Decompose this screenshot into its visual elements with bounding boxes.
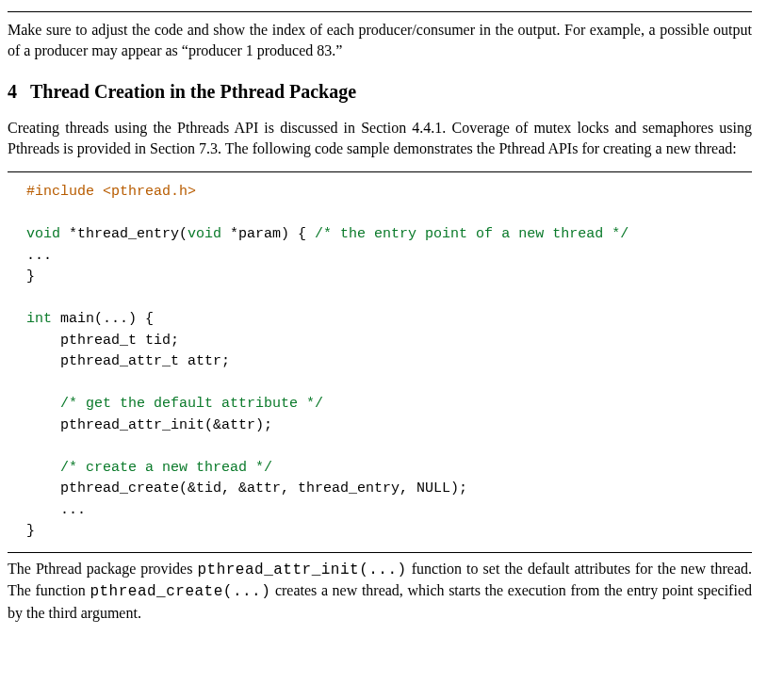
intro-paragraph: Make sure to adjust the code and show th… xyxy=(8,20,752,60)
body-paragraph: Creating threads using the Pthreads API … xyxy=(8,118,752,158)
code-token: *thread_entry( xyxy=(60,226,188,242)
code-token: #include xyxy=(26,184,94,200)
after-paragraph: The Pthread package provides pthread_att… xyxy=(8,559,752,624)
code-comment: /* get the default attribute */ xyxy=(26,396,323,412)
code-block: #include <pthread.h> void *thread_entry(… xyxy=(8,176,752,548)
code-rule-bottom xyxy=(8,552,752,553)
section-number: 4 xyxy=(8,79,17,105)
section-title: Thread Creation in the Pthread Package xyxy=(30,81,356,102)
inline-code: pthread_create(...) xyxy=(90,583,270,600)
code-token: *param) { xyxy=(221,226,315,242)
code-line: pthread_create(&tid, &attr, thread_entry… xyxy=(26,480,467,497)
code-token: void xyxy=(188,226,221,242)
section-heading: 4Thread Creation in the Pthread Package xyxy=(8,79,752,105)
code-token: <pthread.h> xyxy=(103,184,196,200)
code-comment: /* create a new thread */ xyxy=(26,460,272,476)
code-line: ... xyxy=(26,248,52,264)
code-line: pthread_attr_t attr; xyxy=(26,353,230,369)
code-line: ... xyxy=(26,502,86,518)
inline-code: pthread_attr_init(...) xyxy=(197,562,406,578)
text-run: The Pthread package provides xyxy=(8,561,197,577)
code-line: } xyxy=(26,523,35,539)
code-token: void xyxy=(26,226,60,242)
code-rule-top xyxy=(8,171,752,172)
code-comment: /* the entry point of a new thread */ xyxy=(315,226,628,242)
code-line: } xyxy=(26,269,35,285)
code-line: pthread_t tid; xyxy=(26,333,179,349)
code-token: int xyxy=(26,311,52,327)
rule-top xyxy=(8,11,752,12)
code-token: main(...) { xyxy=(52,311,154,327)
code-line: pthread_attr_init(&attr); xyxy=(26,417,272,433)
